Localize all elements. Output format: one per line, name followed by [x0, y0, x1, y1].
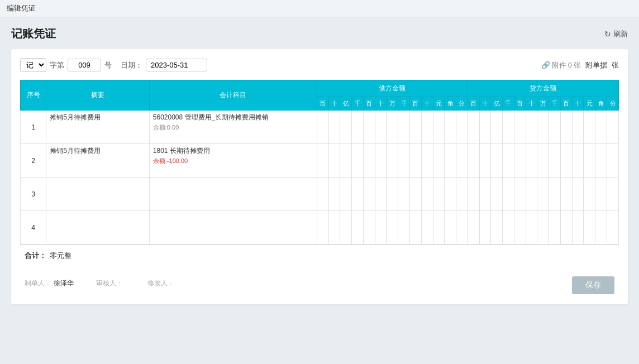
row-0-credit-6[interactable]	[537, 111, 549, 144]
row-1-debit-2[interactable]	[340, 144, 352, 178]
row-2-credit-11[interactable]	[595, 178, 607, 211]
row-1-debit-10[interactable]	[433, 144, 445, 178]
row-3-credit-3[interactable]	[503, 211, 514, 245]
row-1-debit-4[interactable]	[363, 144, 375, 178]
row-2-credit-12[interactable]	[607, 178, 619, 211]
row-3-credit-5[interactable]	[526, 211, 537, 245]
row-1-credit-8[interactable]	[560, 144, 572, 178]
row-1-debit-9[interactable]	[421, 144, 433, 178]
row-1-credit-11[interactable]	[595, 144, 607, 178]
row-1-credit-0[interactable]	[468, 144, 479, 178]
row-1-debit-11[interactable]	[445, 144, 456, 178]
row-0-credit-4[interactable]	[514, 111, 526, 144]
row-3-debit-3[interactable]	[352, 211, 364, 245]
row-0-debit-10[interactable]	[433, 111, 445, 144]
row-2-credit-4[interactable]	[514, 178, 526, 211]
row-2-debit-5[interactable]	[375, 178, 387, 211]
row-0-credit-12[interactable]	[607, 111, 619, 144]
row-1-debit-12[interactable]	[456, 144, 468, 178]
row-2-debit-2[interactable]	[340, 178, 352, 211]
voucher-type-select[interactable]: 记	[20, 58, 46, 72]
row-3-credit-8[interactable]	[560, 211, 572, 245]
row-0-debit-4[interactable]	[363, 111, 375, 144]
row-3-debit-1[interactable]	[328, 211, 340, 245]
row-2-credit-0[interactable]	[468, 178, 479, 211]
row-0-subject[interactable]: 56020008 管理费用_长期待摊费用摊销余额:0.00	[149, 111, 317, 144]
row-0-credit-8[interactable]	[560, 111, 572, 144]
row-1-credit-6[interactable]	[537, 144, 549, 178]
row-1-credit-5[interactable]	[526, 144, 537, 178]
row-2-debit-0[interactable]	[317, 178, 328, 211]
row-2-debit-10[interactable]	[433, 178, 445, 211]
row-3-debit-4[interactable]	[363, 211, 375, 245]
row-0-debit-0[interactable]	[317, 111, 328, 144]
row-3-debit-11[interactable]	[445, 211, 456, 245]
row-1-debit-1[interactable]	[328, 144, 340, 178]
row-3-debit-8[interactable]	[409, 211, 421, 245]
row-1-credit-4[interactable]	[514, 144, 526, 178]
row-1-credit-7[interactable]	[549, 144, 561, 178]
attachment-link[interactable]: 🔗 附件 0 张	[541, 60, 581, 70]
row-0-credit-7[interactable]	[549, 111, 561, 144]
row-3-subject[interactable]	[149, 211, 317, 245]
row-0-debit-9[interactable]	[421, 111, 433, 144]
row-2-debit-4[interactable]	[363, 178, 375, 211]
row-0-credit-3[interactable]	[503, 111, 514, 144]
save-button[interactable]: 保存	[572, 276, 614, 294]
row-1-debit-3[interactable]	[352, 144, 364, 178]
row-1-credit-2[interactable]	[491, 144, 503, 178]
row-3-credit-12[interactable]	[607, 211, 619, 245]
attachment-dan-button[interactable]: 附单据	[585, 60, 607, 70]
row-0-credit-2[interactable]	[491, 111, 503, 144]
row-2-credit-10[interactable]	[584, 178, 595, 211]
row-1-credit-12[interactable]	[607, 144, 619, 178]
row-3-debit-9[interactable]	[421, 211, 433, 245]
row-3-credit-10[interactable]	[584, 211, 595, 245]
row-2-debit-7[interactable]	[398, 178, 410, 211]
row-3-credit-4[interactable]	[514, 211, 526, 245]
row-3-credit-1[interactable]	[479, 211, 491, 245]
row-2-debit-8[interactable]	[409, 178, 421, 211]
row-3-credit-9[interactable]	[572, 211, 584, 245]
row-2-credit-3[interactable]	[503, 178, 514, 211]
row-3-credit-7[interactable]	[549, 211, 561, 245]
row-0-debit-2[interactable]	[340, 111, 352, 144]
row-3-credit-11[interactable]	[595, 211, 607, 245]
row-1-debit-5[interactable]	[375, 144, 387, 178]
row-0-debit-12[interactable]	[456, 111, 468, 144]
row-2-subject[interactable]	[149, 178, 317, 211]
row-2-summary[interactable]	[46, 178, 150, 211]
row-0-debit-6[interactable]	[387, 111, 398, 144]
row-0-debit-3[interactable]	[352, 111, 364, 144]
row-3-debit-12[interactable]	[456, 211, 468, 245]
row-3-debit-6[interactable]	[387, 211, 398, 245]
date-input[interactable]	[146, 59, 207, 71]
row-2-credit-5[interactable]	[526, 178, 537, 211]
row-0-debit-5[interactable]	[375, 111, 387, 144]
row-0-credit-10[interactable]	[584, 111, 595, 144]
row-3-debit-5[interactable]	[375, 211, 387, 245]
row-0-credit-0[interactable]	[468, 111, 479, 144]
row-1-debit-6[interactable]	[387, 144, 398, 178]
row-2-debit-12[interactable]	[456, 178, 468, 211]
row-3-debit-2[interactable]	[340, 211, 352, 245]
row-2-credit-6[interactable]	[537, 178, 549, 211]
row-2-debit-6[interactable]	[387, 178, 398, 211]
voucher-number-input[interactable]	[68, 59, 101, 71]
row-0-summary[interactable]: 摊销5月待摊费用	[46, 111, 150, 144]
row-3-summary[interactable]	[46, 211, 150, 245]
row-3-credit-2[interactable]	[491, 211, 503, 245]
row-2-credit-9[interactable]	[572, 178, 584, 211]
row-3-credit-0[interactable]	[468, 211, 479, 245]
row-2-credit-7[interactable]	[549, 178, 561, 211]
row-0-debit-7[interactable]	[398, 111, 410, 144]
row-2-credit-2[interactable]	[491, 178, 503, 211]
row-1-credit-3[interactable]	[503, 144, 514, 178]
row-2-debit-9[interactable]	[421, 178, 433, 211]
row-0-credit-1[interactable]	[479, 111, 491, 144]
row-2-credit-1[interactable]	[479, 178, 491, 211]
row-3-credit-6[interactable]	[537, 211, 549, 245]
row-1-debit-8[interactable]	[409, 144, 421, 178]
row-2-debit-1[interactable]	[328, 178, 340, 211]
row-0-credit-5[interactable]	[526, 111, 537, 144]
